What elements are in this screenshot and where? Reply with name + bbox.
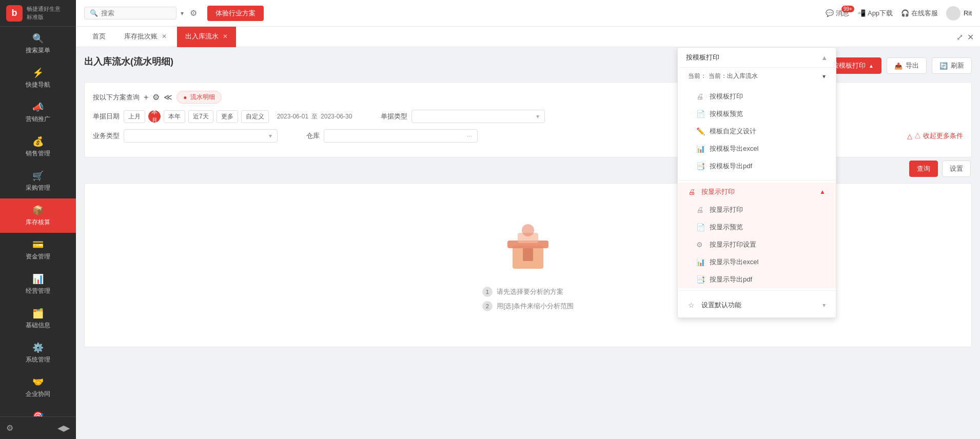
template-pdf-item[interactable]: 📑 按模板导出pdf [678, 157, 836, 175]
collapse-sidebar-icon[interactable]: ◀▶ [57, 423, 70, 433]
empty-step-1: 1 请先选择要分析的方案 [482, 287, 574, 297]
date-btn-7days[interactable]: 近7天 [188, 110, 213, 123]
display-print-item[interactable]: 🖨 按显示打印 [678, 201, 836, 218]
page-content: 出入库流水(流水明细) 🖨 按模板打印 ▲ 📤 导出 🔄 刷新 [76, 47, 980, 439]
step-1-num: 1 [482, 287, 493, 297]
trial-button[interactable]: 体验行业方案 [207, 6, 264, 21]
inventory-icon: 📦 [32, 205, 44, 216]
current-template-arrow[interactable]: ▾ [822, 73, 826, 80]
display-settings-item[interactable]: ⚙ 按显示打印设置 [678, 236, 836, 253]
tab-close-flow[interactable]: ✕ [223, 33, 228, 40]
tag-icon: ● [183, 94, 187, 101]
content-area: 1 请先选择要分析的方案 2 用[选]条件来缩小分析范围 [84, 183, 972, 347]
dropdown-panel-header: 按模板打印 ▲ [678, 48, 836, 68]
maximize-button[interactable]: ⤢ [956, 32, 963, 42]
sidebar-item-basic[interactable]: 🗂️ 基础信息 [0, 302, 76, 336]
printer-icon: 🖨 [696, 92, 704, 101]
date-btn-custom[interactable]: 自定义 [241, 110, 269, 123]
tab-close-batch[interactable]: ✕ [162, 33, 167, 40]
filter-tag[interactable]: ● 流水明细 [177, 91, 221, 104]
refresh-button[interactable]: 🔄 刷新 [932, 57, 972, 74]
settings-button[interactable]: 设置 [942, 161, 971, 177]
sidebar-item-finance[interactable]: 💳 资金管理 [0, 233, 76, 267]
folder-icon: 🗂️ [32, 308, 44, 319]
template-excel-item[interactable]: 📊 按模板导出excel [678, 140, 836, 157]
sidebar-item-quick-nav[interactable]: ⚡ 快捷导航 [0, 61, 76, 95]
template-print-item[interactable]: 🖨 按模板打印 [678, 88, 836, 105]
add-filter-button[interactable]: + [144, 93, 148, 102]
sidebar-item-sales[interactable]: 💰 销售管理 [0, 130, 76, 164]
display-pdf-item[interactable]: 📑 按显示导出pdf [678, 271, 836, 288]
svg-rect-4 [523, 248, 533, 261]
topbar-settings-icon[interactable]: ⚙ [190, 8, 197, 18]
preview-icon: 📄 [696, 110, 704, 118]
gear-icon: ⚙️ [32, 342, 44, 353]
search-input[interactable] [101, 9, 163, 17]
filter-label: 按以下方案查询 [93, 93, 140, 102]
tab-home[interactable]: 首页 [84, 27, 114, 47]
dropdown-close-arrow[interactable]: ▲ [821, 54, 828, 62]
display-settings-icon: ⚙ [696, 241, 704, 249]
search-box[interactable]: 🔍 [84, 7, 177, 19]
refresh-icon: 🔄 [939, 62, 948, 70]
sidebar-item-marketing[interactable]: 📣 营销推广 [0, 95, 76, 130]
tab-flow[interactable]: 出入库流水 ✕ [177, 27, 236, 47]
warehouse-select[interactable]: ··· [324, 129, 478, 143]
filter-collapse-button[interactable]: ≪ [164, 92, 172, 102]
date-btn-this-year[interactable]: 本年 [164, 110, 185, 123]
chart-icon: 📊 [32, 273, 44, 285]
export-button[interactable]: 📤 导出 [887, 57, 927, 74]
pdf-icon: 📑 [696, 162, 704, 170]
flash-icon: ⚡ [32, 67, 44, 78]
template-custom-item[interactable]: ✏️ 模板自定义设计 [678, 123, 836, 140]
star-icon: ☆ [688, 301, 696, 309]
collapse-more-button[interactable]: △ △ 收起更多条件 [907, 131, 963, 141]
sidebar: b 畅捷通好生意 标准版 🔍 搜索菜单 ⚡ 快捷导航 📣 营销推广 💰 销售管理… [0, 0, 76, 439]
sidebar-logo: b 畅捷通好生意 标准版 [0, 0, 76, 27]
sidebar-item-system[interactable]: ⚙️ 系统管理 [0, 336, 76, 370]
settings-bottom-icon[interactable]: ⚙ [6, 423, 13, 433]
sidebar-item-inventory[interactable]: 📦 库存核算 [0, 198, 76, 233]
date-btn-this-month[interactable]: 本月 [148, 110, 161, 123]
empty-steps-list: 1 请先选择要分析的方案 2 用[选]条件来缩小分析范围 [482, 287, 574, 315]
set-default-arrow: ▾ [822, 302, 826, 309]
display-preview-item[interactable]: 📄 按显示预览 [678, 218, 836, 236]
customer-service-item[interactable]: 🎧 在线客服 [901, 9, 938, 18]
template-preview-item[interactable]: 📄 按模板预览 [678, 105, 836, 123]
tab-batch[interactable]: 库存批次账 ✕ [116, 27, 175, 47]
collapse-icon: △ [907, 132, 912, 140]
query-button[interactable]: 查询 [909, 161, 938, 177]
download-icon: 📲 [857, 9, 866, 17]
export-icon: 📤 [894, 62, 903, 70]
filter-warehouse-field: 仓库 ··· [306, 129, 478, 143]
date-btn-last-month[interactable]: 上月 [124, 110, 145, 123]
display-section: 🖨 按显示打印 ▲ 🖨 按显示打印 📄 按显示预览 ⚙ 按显示打印设置 [678, 183, 836, 288]
display-printer-icon: 🖨 [688, 188, 696, 196]
cart-icon: 🛒 [32, 170, 44, 182]
sidebar-item-operation[interactable]: 📊 经营管理 [0, 267, 76, 302]
close-tab-button[interactable]: ✕ [967, 32, 974, 42]
sidebar-bottom: ⚙ ◀▶ [0, 416, 76, 439]
sidebar-item-collab[interactable]: 🤝 企业协同 [0, 370, 76, 405]
doctype-select[interactable]: ▾ [411, 110, 545, 123]
message-icon-item[interactable]: 💬 消息 99+ [826, 9, 849, 18]
filter-area: 按以下方案查询 + ⚙ ≪ ● 流水明细 单据日期 上月 本月 本年 近7天 [84, 82, 972, 157]
filter-settings-button[interactable]: ⚙ [152, 92, 160, 102]
biztype-label: 业务类型 [93, 131, 120, 141]
display-excel-item[interactable]: 📊 按显示导出excel [678, 253, 836, 271]
search-dropdown-arrow[interactable]: ▾ [181, 10, 184, 17]
template-section: 🖨 按模板打印 📄 按模板预览 ✏️ 模板自定义设计 📊 按模板导出excel … [678, 85, 836, 178]
user-avatar [946, 6, 961, 21]
sidebar-item-purchase[interactable]: 🛒 采购管理 [0, 164, 76, 198]
user-profile[interactable]: Rit [946, 6, 972, 21]
app-download-item[interactable]: 📲 App下载 [857, 9, 893, 18]
excel-icon: 📊 [696, 145, 704, 153]
sidebar-item-search[interactable]: 🔍 搜索菜单 [0, 27, 76, 61]
set-default-item[interactable]: ☆ 设置默认功能 ▾ [678, 296, 836, 314]
message-icon: 💬 [826, 9, 834, 17]
date-btn-more[interactable]: 更多 [217, 110, 238, 123]
filter-biztype-field: 业务类型 ▾ [93, 129, 278, 143]
biztype-select[interactable]: ▾ [124, 129, 278, 143]
sidebar-item-guide[interactable]: 🎯 新手引导 [0, 405, 76, 416]
display-print-header[interactable]: 🖨 按显示打印 ▲ [678, 183, 836, 201]
